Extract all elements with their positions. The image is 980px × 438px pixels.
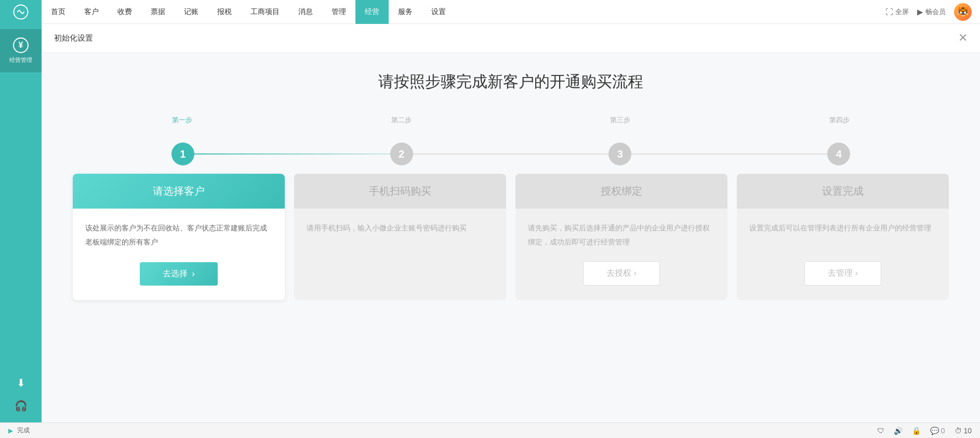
step2-label: 第二步 xyxy=(391,115,412,125)
play-icon: ▶ xyxy=(8,427,13,434)
step3-card-body: 请先购买，购买后选择开通的产品中的企业用户进行授权绑定，成功后即可进行经营管理 xyxy=(515,209,727,261)
shield-icon: 🛡 xyxy=(877,427,884,435)
lock-icon: 🔒 xyxy=(912,427,921,435)
nav-item-manage[interactable]: 管理 xyxy=(322,0,355,24)
step2-card-header: 手机扫码购买 xyxy=(294,174,506,209)
bottom-bar-right: 🛡 🔊 🔒 💬 0 ⏱ 10 xyxy=(877,427,972,435)
step4-card-footer: 去管理 › xyxy=(737,261,949,300)
nav-item-message[interactable]: 消息 xyxy=(289,0,322,24)
step3-card-header: 授权绑定 xyxy=(515,174,727,209)
sidebar: ¥ 经营管理 ⬇ 🎧 xyxy=(0,24,42,422)
volume-icon: 🔊 xyxy=(894,427,903,435)
top-nav-right: ⛶ 全屏 ▶ 畅会员 🐯 xyxy=(885,3,972,21)
page-title: 初始化设置 xyxy=(54,33,93,43)
nav-item-home[interactable]: 首页 xyxy=(42,0,75,24)
fullscreen-icon: ⛶ xyxy=(885,7,893,16)
step2-card-body: 请用手机扫码，输入小微企业主账号密码进行购买 xyxy=(294,209,506,286)
step2-card-footer xyxy=(294,286,506,300)
step3-card-footer: 去授权 › xyxy=(515,261,727,300)
goto-manage-button[interactable]: 去管理 › xyxy=(804,261,881,286)
step1-card-header: 请选择客户 xyxy=(73,174,285,209)
sidebar-item-operation[interactable]: ¥ 经营管理 xyxy=(0,29,42,72)
time-icon: ⏱ 10 xyxy=(955,427,972,435)
nav-item-bills[interactable]: 票据 xyxy=(141,0,175,24)
fullscreen-button[interactable]: ⛶ 全屏 xyxy=(885,7,909,17)
avatar-icon: 🐯 xyxy=(957,6,969,18)
goto-select-button[interactable]: 去选择 › xyxy=(140,262,218,286)
goto-auth-button[interactable]: 去授权 › xyxy=(583,261,660,286)
step1-card-footer: 去选择 › xyxy=(73,262,285,300)
step4-node: 4 xyxy=(827,143,850,165)
step4-card-body: 设置完成后可以在管理列表进行所有企业用户的经营管理 xyxy=(737,209,949,261)
step4-card: 设置完成 设置完成后可以在管理列表进行所有企业用户的经营管理 去管理 › xyxy=(737,174,949,300)
status-label: 完成 xyxy=(17,426,30,435)
nav-item-business[interactable]: 工商项目 xyxy=(241,0,289,24)
nav-item-tax[interactable]: 报税 xyxy=(208,0,241,24)
step3-card: 授权绑定 请先购买，购买后选择开通的产品中的企业用户进行授权绑定，成功后即可进行… xyxy=(515,174,727,300)
nav-item-service[interactable]: 服务 xyxy=(389,0,422,24)
cards-row: 请选择客户 该处展示的客户为不在回收站、客户状态正常建账后完成老板端绑定的所有客… xyxy=(73,174,949,300)
nav-item-settings[interactable]: 设置 xyxy=(422,0,455,24)
step2-card: 手机扫码购买 请用手机扫码，输入小微企业主账号密码进行购买 xyxy=(294,174,506,300)
step2-node: 2 xyxy=(390,143,413,165)
nav-item-charge[interactable]: 收费 xyxy=(108,0,141,24)
nav-item-operation[interactable]: 经营 xyxy=(355,0,389,24)
page-body: 请按照步骤完成新客户的开通购买流程 第一步 第二步 第三步 第四步 xyxy=(42,53,980,422)
steps-nodes-row: 1 › 2 › 3 › xyxy=(73,143,949,165)
bottom-bar: ▶ 完成 🛡 🔊 🔒 💬 0 ⏱ 10 xyxy=(0,422,980,438)
yuan-icon: ¥ xyxy=(13,37,29,53)
content-header: 初始化设置 ✕ xyxy=(42,24,980,53)
chat-icon: 💬 0 xyxy=(930,427,945,435)
step1-card-body: 该处展示的客户为不在回收站、客户状态正常建账后完成老板端绑定的所有客户 xyxy=(73,209,285,262)
top-nav-items: 首页 客户 收费 票据 记账 报税 工商项目 消息 管理 经营 服务 设置 xyxy=(42,0,885,24)
arrow-right-icon: › xyxy=(192,268,195,279)
video-icon: ▶ xyxy=(917,7,923,17)
steps-indicator: 第一步 第二步 第三步 第四步 xyxy=(73,115,949,130)
nav-item-bookkeeping[interactable]: 记账 xyxy=(175,0,208,24)
step4-card-header: 设置完成 xyxy=(737,174,949,209)
content-area: 初始化设置 ✕ 请按照步骤完成新客户的开通购买流程 第一步 第二步 第三步 xyxy=(42,24,980,422)
avatar[interactable]: 🐯 xyxy=(954,3,972,21)
sidebar-item-label: 经营管理 xyxy=(9,56,32,64)
page-heading: 请按照步骤完成新客户的开通购买流程 xyxy=(73,71,949,93)
download-button[interactable]: ⬇ xyxy=(17,377,25,389)
step4-label: 第四步 xyxy=(829,115,850,125)
vip-button[interactable]: ▶ 畅会员 xyxy=(917,7,946,17)
headset-button[interactable]: 🎧 xyxy=(15,400,28,412)
step1-card: 请选择客户 该处展示的客户为不在回收站、客户状态正常建账后完成老板端绑定的所有客… xyxy=(73,174,285,300)
step3-node: 3 xyxy=(608,143,631,165)
step1-node: 1 xyxy=(171,143,194,165)
close-button[interactable]: ✕ xyxy=(958,31,968,45)
step3-label: 第三步 xyxy=(610,115,630,125)
logo-area xyxy=(0,0,42,24)
step1-label: 第一步 xyxy=(172,115,192,125)
logo-icon xyxy=(13,4,29,20)
nav-item-client[interactable]: 客户 xyxy=(75,0,108,24)
